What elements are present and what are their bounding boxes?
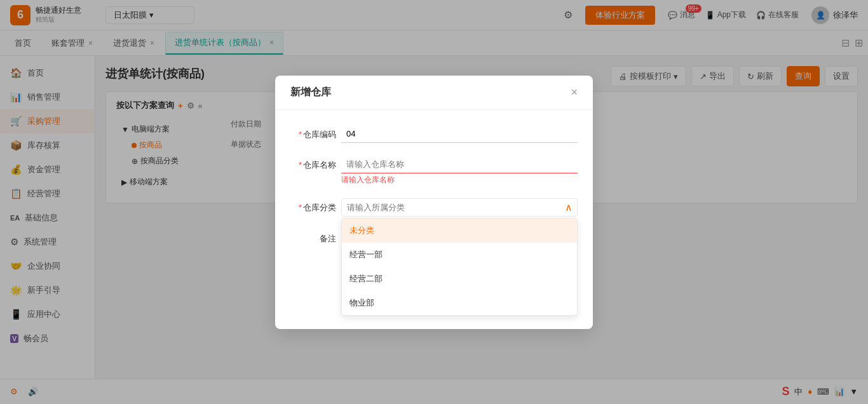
form-row-name: 仓库名称 请输入仓库名称 [290, 156, 578, 185]
dropdown-item-operations2[interactable]: 经营二部 [342, 267, 577, 291]
name-error: 请输入仓库名称 [341, 175, 578, 185]
form-row-category: 仓库分类 ∧ 未分类 经营一部 经营二部 物业部 [290, 198, 578, 217]
modal-title: 新增仓库 [290, 86, 331, 99]
code-field [341, 125, 578, 143]
new-warehouse-modal: 新增仓库 × 仓库编码 仓库名称 请输入仓库名称 仓库分类 [275, 76, 593, 329]
dropdown-item-uncategorized[interactable]: 未分类 [342, 219, 577, 243]
name-field: 请输入仓库名称 [341, 156, 578, 185]
name-label: 仓库名称 [290, 156, 341, 171]
code-input[interactable] [341, 125, 578, 143]
dropdown-item-property[interactable]: 物业部 [342, 291, 577, 315]
category-field: ∧ 未分类 经营一部 经营二部 物业部 [341, 198, 578, 217]
form-row-code: 仓库编码 [290, 125, 578, 143]
category-dropdown: 未分类 经营一部 经营二部 物业部 [341, 218, 578, 316]
modal-body: 仓库编码 仓库名称 请输入仓库名称 仓库分类 ∧ [275, 110, 593, 269]
category-input[interactable] [341, 198, 578, 217]
modal-overlay: 新增仓库 × 仓库编码 仓库名称 请输入仓库名称 仓库分类 [0, 0, 868, 404]
dropdown-item-operations1[interactable]: 经营一部 [342, 243, 577, 267]
category-label: 仓库分类 [290, 198, 341, 213]
name-input[interactable] [341, 156, 578, 173]
code-label: 仓库编码 [290, 125, 341, 140]
select-arrow-icon[interactable]: ∧ [565, 201, 573, 213]
modal-close-button[interactable]: × [571, 86, 578, 98]
remark-label: 备注 [290, 229, 341, 245]
modal-header: 新增仓库 × [275, 76, 593, 110]
